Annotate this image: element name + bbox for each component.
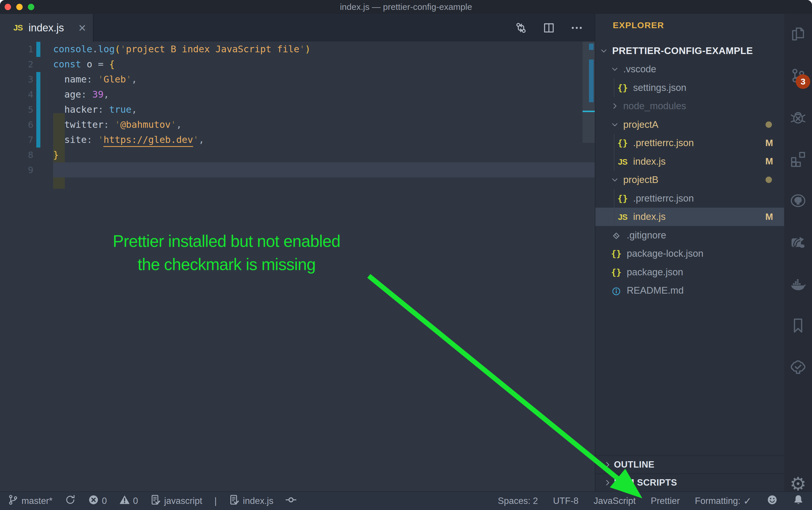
tree-item-label: PRETTIER-CONFIG-EXAMPLE (612, 45, 753, 56)
code-line-7[interactable]: 7 site: 'https://gleb.dev', (0, 132, 595, 147)
tree-item--prettierrc-json[interactable]: {}.prettierrc.json (596, 189, 785, 208)
chevron-right-icon (610, 102, 619, 110)
todo-tree-icon[interactable] (784, 353, 812, 382)
js-icon: JS (616, 211, 629, 222)
code-line-4[interactable]: 4 age: 39, (0, 87, 595, 102)
github-icon[interactable] (784, 186, 812, 215)
share-export-icon[interactable] (784, 228, 812, 257)
tree-item-projecta[interactable]: projectA (596, 115, 785, 134)
section-npm-scripts[interactable]: NPM SCRIPTS (596, 474, 785, 491)
lint-icon (150, 494, 161, 508)
modified-dot-badge (765, 177, 772, 183)
code-line-2[interactable]: 2const o = { (0, 57, 595, 72)
sidebar-title: EXPLORER (613, 20, 664, 30)
tree-item-projectb[interactable]: projectB (596, 171, 785, 189)
warnings-status[interactable]: 0 (119, 494, 138, 508)
prettier-status[interactable]: Prettier (651, 496, 680, 506)
tree-item-label: settings.json (633, 82, 686, 93)
code-editor[interactable]: 1console.log('project B index JavaScript… (0, 41, 595, 491)
js-icon: JS (616, 156, 629, 167)
tree-item-node-modules[interactable]: node_modules (596, 97, 785, 116)
eslint-javascript-status[interactable]: javascript (150, 494, 202, 508)
encoding-status[interactable]: UTF-8 (553, 496, 579, 506)
status-label: 0 (133, 496, 138, 506)
code-line-8[interactable]: 8} (0, 147, 595, 162)
split-editor-icon[interactable] (542, 21, 556, 35)
file-tree: PRETTIER-CONFIG-EXAMPLE.vscode{}settings… (596, 41, 785, 300)
chevron-down-icon (600, 47, 608, 55)
screencast-status[interactable] (286, 494, 296, 508)
chevron-down-icon (610, 120, 619, 129)
check-icon: ✓ (744, 495, 752, 507)
editor-actions (514, 14, 584, 41)
line-number: 8 (0, 149, 33, 160)
tree-item-package-lock-json[interactable]: {}package-lock.json (596, 245, 785, 263)
eslint-file-status[interactable]: index.js (229, 494, 273, 508)
tree-item-package-json[interactable]: {}package.json (596, 263, 785, 281)
code-line-3[interactable]: 3 name: 'Gleb', (0, 72, 595, 87)
debug-disabled-icon[interactable] (784, 103, 812, 132)
code-text: console.log('project B index JavaScript … (33, 44, 311, 55)
status-label: Prettier (651, 496, 680, 506)
explorer-sidebar: EXPLORER PRETTIER-CONFIG-EXAMPLE.vscode{… (595, 14, 784, 491)
indentation-status[interactable]: Spaces: 2 (498, 496, 538, 506)
code-line-9[interactable]: 9 (0, 162, 595, 177)
tab-bar: JS index.js × (0, 14, 595, 41)
source-control-icon[interactable]: 3 (784, 61, 812, 90)
chevron-right-icon (601, 479, 614, 487)
tab-indexjs[interactable]: JS index.js × (0, 14, 93, 41)
close-tab-icon[interactable]: × (79, 22, 86, 34)
sync-status[interactable] (65, 494, 76, 508)
formatting-status[interactable]: Formatting:✓ (695, 495, 752, 507)
extensions-icon[interactable] (784, 144, 812, 173)
status-label: 0 (102, 496, 107, 506)
title-bar: index.js — prettier-config-example (0, 0, 812, 14)
explorer-icon[interactable] (784, 20, 812, 49)
code-line-1[interactable]: 1console.log('project B index JavaScript… (0, 41, 595, 57)
tree-item-settings-json[interactable]: {}settings.json (596, 78, 785, 97)
section-label: OUTLINE (614, 459, 655, 470)
git-branch-status[interactable]: master* (7, 494, 53, 508)
sync-icon (65, 494, 76, 508)
status-label: javascript (164, 496, 202, 506)
chevron-down-icon (610, 65, 619, 74)
tree-item-index-js[interactable]: JSindex.jsM (596, 208, 785, 226)
tree-item--vscode[interactable]: .vscode (596, 60, 785, 79)
line-number: 5 (0, 104, 33, 115)
errors-status[interactable]: 0 (88, 494, 107, 508)
section-outline[interactable]: OUTLINE (596, 455, 785, 474)
tree-item-readme-md[interactable]: README.md (596, 281, 785, 300)
line-number: 3 (0, 74, 33, 85)
overview-ruler-cursor-mark (583, 111, 595, 112)
language-status[interactable]: JavaScript (593, 496, 636, 506)
status-label: index.js (243, 496, 273, 506)
tree-item-index-js[interactable]: JSindex.jsM (596, 152, 785, 171)
chevron-right-icon (601, 461, 614, 469)
tree-item-label: package-lock.json (627, 248, 703, 259)
code-line-5[interactable]: 5 hacker: true, (0, 102, 595, 117)
tree-item-label: README.md (627, 285, 684, 296)
notifications-bell[interactable] (793, 494, 804, 508)
warning-icon (119, 494, 130, 508)
tree-item-label: .vscode (623, 64, 656, 75)
line-number: 9 (0, 165, 33, 175)
tree-item--gitignore[interactable]: .gitignore (596, 226, 785, 245)
bookmarks-icon[interactable] (784, 311, 812, 340)
more-actions-icon[interactable] (570, 21, 584, 35)
open-changes-icon[interactable] (514, 21, 528, 35)
activity-bar: 3 ⚙ (784, 14, 812, 491)
tree-item-prettier-config-example[interactable]: PRETTIER-CONFIG-EXAMPLE (596, 41, 785, 60)
vscode-window: index.js — prettier-config-example JS in… (0, 0, 812, 510)
tree-item--prettierrc-json[interactable]: {}.prettierrc.jsonM (596, 134, 785, 152)
info-icon (610, 285, 622, 296)
docker-icon[interactable] (784, 270, 812, 299)
tree-item-label: index.js (633, 211, 666, 222)
tree-item-label: .prettierrc.json (633, 137, 694, 148)
status-label: UTF-8 (553, 496, 579, 506)
tree-item-label: package.json (627, 266, 683, 278)
section-label: NPM SCRIPTS (614, 478, 677, 488)
line-number: 7 (0, 135, 33, 145)
tree-item-label: projectA (623, 119, 658, 130)
code-line-6[interactable]: 6 twitter: '@bahmutov', (0, 117, 595, 132)
feedback-smiley[interactable] (767, 494, 778, 508)
